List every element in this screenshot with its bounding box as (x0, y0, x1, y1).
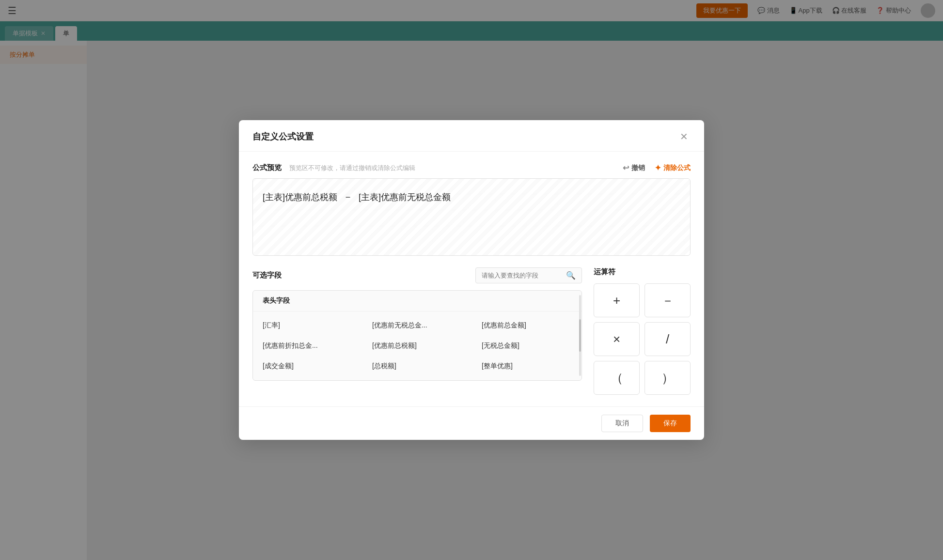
undo-label: 撤销 (631, 164, 645, 172)
field-item-1[interactable]: [优惠前无税总金... (362, 315, 472, 336)
operator-button-1[interactable]: － (644, 283, 691, 317)
operators-grid: +－×/（） (594, 283, 691, 395)
formula-token-0: [主表]优惠前总税额 (263, 191, 337, 203)
dialog-close-button[interactable]: ✕ (677, 130, 691, 143)
formula-preview-section-header: 公式预览 预览区不可修改，请通过撤销或清除公式编辑 ↩ 撤销 ✦ 清除公式 (252, 163, 691, 172)
field-item-6[interactable]: [成交金额] (253, 356, 362, 376)
formula-token-1: [主表]优惠前无税总金额 (359, 191, 451, 203)
cancel-button[interactable]: 取消 (601, 415, 643, 432)
fields-list-outer: 表头字段 [汇率][优惠前无税总金...[优惠前总金额][优惠前折扣总金...[… (252, 290, 582, 381)
formula-op-0: － (343, 190, 353, 203)
field-item-3[interactable]: [优惠前折扣总金... (253, 336, 362, 356)
search-input[interactable] (482, 272, 563, 279)
operator-button-3[interactable]: / (644, 322, 691, 356)
operators-title: 运算符 (594, 267, 691, 277)
fields-group-header: 表头字段 (253, 291, 582, 311)
field-item-8[interactable]: [整单优惠] (472, 356, 582, 376)
undo-icon: ↩ (623, 163, 629, 172)
operator-button-0[interactable]: + (594, 283, 640, 317)
fields-title: 可选字段 (252, 271, 282, 280)
formula-preview-box: [主表]优惠前总税额 － [主表]优惠前无税总金额 (252, 178, 691, 256)
dialog-body: 公式预览 预览区不可修改，请通过撤销或清除公式编辑 ↩ 撤销 ✦ 清除公式 [ (239, 152, 704, 406)
operator-button-5[interactable]: ） (644, 361, 691, 395)
field-item-7[interactable]: [总税额] (362, 356, 472, 376)
custom-formula-dialog: 自定义公式设置 ✕ 公式预览 预览区不可修改，请通过撤销或清除公式编辑 ↩ 撤销… (239, 120, 704, 440)
clear-formula-button[interactable]: ✦ 清除公式 (655, 163, 691, 172)
formula-preview-hint: 预览区不可修改，请通过撤销或清除公式编辑 (289, 164, 415, 172)
clear-icon: ✦ (655, 163, 661, 172)
fields-panel: 可选字段 🔍 表头字段 [汇率][优惠前无税总金...[优惠前总金额][优惠前折… (252, 267, 582, 395)
save-button[interactable]: 保存 (650, 415, 691, 432)
operator-button-4[interactable]: （ (594, 361, 640, 395)
undo-button[interactable]: ↩ 撤销 (623, 163, 645, 172)
field-item-2[interactable]: [优惠前总金额] (472, 315, 582, 336)
field-item-4[interactable]: [优惠前总税额] (362, 336, 472, 356)
dialog-title: 自定义公式设置 (252, 131, 314, 142)
dialog-header: 自定义公式设置 ✕ (239, 120, 704, 152)
fields-list-box: 表头字段 [汇率][优惠前无税总金...[优惠前总金额][优惠前折扣总金...[… (252, 290, 582, 381)
field-item-0[interactable]: [汇率] (253, 315, 362, 336)
dialog-footer: 取消 保存 (239, 406, 704, 440)
search-icon: 🔍 (566, 271, 576, 280)
fields-section-header: 可选字段 🔍 (252, 267, 582, 283)
bottom-section: 可选字段 🔍 表头字段 [汇率][优惠前无税总金...[优惠前总金额][优惠前折… (252, 267, 691, 395)
fields-grid: [汇率][优惠前无税总金...[优惠前总金额][优惠前折扣总金...[优惠前总税… (253, 311, 582, 380)
formula-preview-label: 公式预览 (252, 163, 282, 172)
formula-actions: ↩ 撤销 ✦ 清除公式 (623, 163, 691, 172)
fields-scrollbar-thumb[interactable] (579, 319, 581, 352)
operator-button-2[interactable]: × (594, 322, 640, 356)
formula-content: [主表]优惠前总税额 － [主表]优惠前无税总金额 (263, 190, 680, 203)
dialog-overlay: 自定义公式设置 ✕ 公式预览 预览区不可修改，请通过撤销或清除公式编辑 ↩ 撤销… (0, 0, 943, 560)
field-item-5[interactable]: [无税总金额] (472, 336, 582, 356)
operators-panel: 运算符 +－×/（） (594, 267, 691, 395)
search-box[interactable]: 🔍 (475, 267, 582, 283)
fields-scrollbar[interactable] (579, 295, 581, 376)
clear-label: 清除公式 (663, 164, 691, 172)
